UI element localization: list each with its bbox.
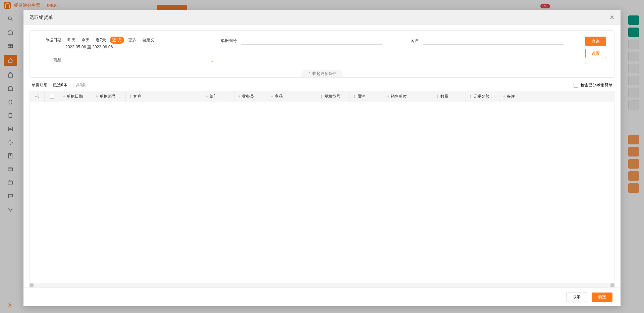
date-from: 2023-05-06 [65,45,86,49]
quick-custom[interactable]: 自定义 [140,37,156,44]
quick-month[interactable]: 近1月 [110,37,124,44]
collapse-label: 收起更多条件 [312,71,336,77]
product-label: 商品 [38,57,61,63]
filter-panel: 单据日期 昨天 今天 近7天 近1月 更多 自定义 2023-05-06 至 2… [30,30,614,78]
quick-today[interactable]: 今天 [79,37,92,44]
code-input[interactable] [241,37,382,45]
customer-filter: 客户 … [395,37,572,45]
col-customer[interactable]: ▲▼客户 [126,91,202,102]
query-button[interactable]: 查询 [585,37,606,46]
select-all-checkbox[interactable] [45,91,59,102]
col-spec[interactable]: ▲▼规格型号 [317,91,350,102]
product-more-icon[interactable]: … [210,57,215,63]
col-product[interactable]: ▲▼商品 [267,91,317,102]
col-qty[interactable]: ▲▼数量 [433,91,466,102]
horizontal-scrollbar[interactable] [30,283,614,287]
collapse-more-conditions[interactable]: ⌃ 收起更多条件 [302,70,342,77]
date-filter: 单据日期 昨天 今天 近7天 近1月 更多 自定义 [38,37,156,44]
selected-count: 已选0条 [53,82,67,88]
code-label: 单据编号 [213,38,237,44]
settings-button[interactable]: 设置 [585,49,606,58]
detail-title: 单据明细 [32,82,48,88]
select-sales-order-modal: 选取销货单 ✕ 单据日期 昨天 今天 近7天 近1月 更多 自定义 20 [23,10,621,306]
scrollbar-right-cap [610,283,614,287]
collapse-row: ⌃ 收起更多条件 [38,70,606,77]
col-amount[interactable]: ▲▼无税金额 [466,91,499,102]
quick-more[interactable]: 更多 [126,37,138,44]
filter-actions: 查询 设置 [585,37,606,58]
table-body-empty [30,102,614,282]
modal-header: 选取销货单 ✕ [23,10,621,25]
table-header: ▲▼单据日期 ▲▼单据编号 ▲▼客户 ▲▼部门 ▲▼业务员 ▲▼商品 ▲▼规格型… [30,91,614,102]
date-range-text: 2023-05-06 至 2023-06-06 [65,44,156,50]
quick-week[interactable]: 近7天 [94,37,108,44]
modal-title: 选取销货单 [30,14,53,20]
col-note[interactable]: ▲▼备注 [499,91,614,102]
total-count: 共0条 [76,82,86,88]
scrollbar-left-cap [30,283,34,287]
date-join: 至 [87,45,91,49]
col-attr[interactable]: ▲▼属性 [350,91,383,102]
col-date[interactable]: ▲▼单据日期 [59,91,92,102]
include-distributed-checkbox[interactable] [574,83,578,88]
chevron-up-icon: ⌃ [308,72,311,76]
col-sales[interactable]: ▲▼业务员 [234,91,267,102]
code-filter: 单据编号 [213,37,382,45]
svg-point-9 [37,96,38,97]
col-dept[interactable]: ▲▼部门 [202,91,234,102]
col-unit[interactable]: ▲▼销售单位 [383,91,433,102]
result-meta-bar: 单据明细 已选0条 | 共0条 包含已分摊销货单 [23,80,621,91]
date-label: 单据日期 [38,37,61,43]
date-to: 2023-06-06 [92,45,113,49]
modal-footer: 取消 确定 [23,287,621,306]
quick-yesterday[interactable]: 昨天 [65,37,77,44]
customer-input[interactable] [423,37,564,45]
product-filter: 商品 … [38,56,215,64]
column-settings-icon[interactable] [30,91,45,102]
customer-label: 客户 [395,38,419,44]
product-input[interactable] [65,56,206,64]
include-distributed-label: 包含已分摊销货单 [580,82,612,88]
customer-more-icon[interactable]: … [568,38,572,43]
close-icon[interactable]: ✕ [609,14,614,21]
confirm-button[interactable]: 确定 [592,293,612,302]
col-code[interactable]: ▲▼单据编号 [92,91,126,102]
cancel-button[interactable]: 取消 [566,293,587,302]
